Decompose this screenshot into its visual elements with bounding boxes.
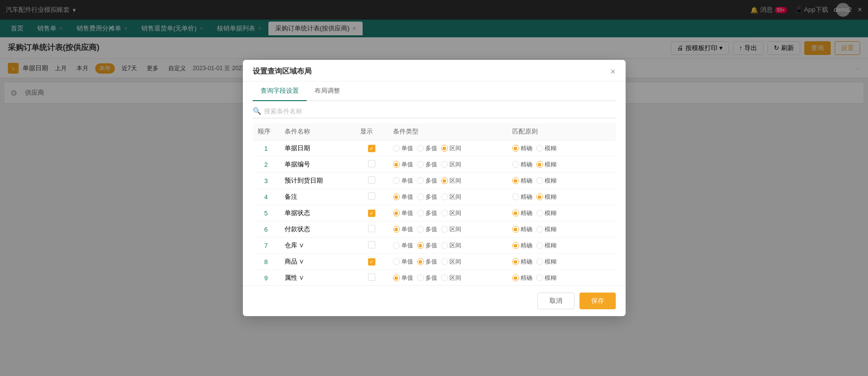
row-match-options: 精确模糊 [507,140,616,157]
table-row: 4备注单值多值区间精确模糊 [253,189,616,205]
row-order: 3 [253,173,280,189]
settings-table: 顺序 条件名称 显示 条件类型 匹配原则 1单据日期单值多值区间精确模糊2单据编… [253,123,616,285]
dialog-title: 设置查询区域布局 [253,67,312,76]
table-row: 6付款状态单值多值区间精确模糊 [253,221,616,238]
row-show-checkbox[interactable] [355,270,388,286]
row-match-options: 精确模糊 [507,238,616,254]
search-input[interactable] [264,107,362,115]
row-name: 单据日期 [280,140,356,157]
search-icon: 🔍 [253,107,261,115]
dialog-body: 查询字段设置 布局调整 🔍 顺序 条件名称 显示 条件类型 [243,81,626,285]
tab-layout-adjust[interactable]: 布局调整 [307,81,348,101]
row-type-options: 单值多值区间 [388,254,507,270]
row-order: 4 [253,189,280,205]
row-show-checkbox[interactable] [355,221,388,238]
col-header-order: 顺序 [253,123,280,140]
row-order: 5 [253,205,280,221]
row-name: 单据编号 [280,157,356,173]
row-name: 属性 ∨ [280,270,356,286]
row-order: 2 [253,157,280,173]
table-row: 9属性 ∨单值多值区间精确模糊 [253,270,616,286]
row-type-options: 单值多值区间 [388,205,507,221]
table-row: 7仓库 ∨单值多值区间精确模糊 [253,238,616,254]
row-name: 预计到货日期 [280,173,356,189]
row-show-checkbox[interactable] [355,140,388,157]
row-type-options: 单值多值区间 [388,157,507,173]
col-header-type: 条件类型 [388,123,507,140]
row-show-checkbox[interactable] [355,173,388,189]
row-match-options: 精确模糊 [507,189,616,205]
cancel-button[interactable]: 取消 [537,293,575,309]
table-row: 3预计到货日期单值多值区间精确模糊 [253,173,616,189]
table-row: 2单据编号单值多值区间精确模糊 [253,157,616,173]
row-match-options: 精确模糊 [507,157,616,173]
dialog-footer: 取消 保存 [243,285,626,316]
row-name: 备注 [280,189,356,205]
row-name: 单据状态 [280,205,356,221]
row-order: 1 [253,140,280,157]
row-order: 7 [253,238,280,254]
dialog-header: 设置查询区域布局 × [243,60,626,81]
row-match-options: 精确模糊 [507,173,616,189]
row-name: 付款状态 [280,221,356,238]
dialog-close-button[interactable]: × [610,67,616,76]
row-match-options: 精确模糊 [507,221,616,238]
row-match-options: 精确模糊 [507,205,616,221]
row-order: 8 [253,254,280,270]
dialog-search-bar: 🔍 [253,107,616,118]
row-show-checkbox[interactable] [355,238,388,254]
row-order: 6 [253,221,280,238]
row-show-checkbox[interactable] [355,205,388,221]
row-match-options: 精确模糊 [507,254,616,270]
col-header-match: 匹配原则 [507,123,616,140]
col-header-show: 显示 [355,123,388,140]
table-row: 1单据日期单值多值区间精确模糊 [253,140,616,157]
row-type-options: 单值多值区间 [388,270,507,286]
row-show-checkbox[interactable] [355,189,388,205]
row-type-options: 单值多值区间 [388,238,507,254]
settings-dialog: 设置查询区域布局 × 查询字段设置 布局调整 🔍 顺序 [243,60,626,316]
settings-table-scroll: 顺序 条件名称 显示 条件类型 匹配原则 1单据日期单值多值区间精确模糊2单据编… [253,123,616,285]
table-row: 8商品 ∨单值多值区间精确模糊 [253,254,616,270]
row-type-options: 单值多值区间 [388,189,507,205]
tab-query-fields[interactable]: 查询字段设置 [253,81,307,101]
dialog-tabs: 查询字段设置 布局调整 [253,81,616,101]
row-name: 商品 ∨ [280,254,356,270]
row-match-options: 精确模糊 [507,270,616,286]
table-row: 5单据状态单值多值区间精确模糊 [253,205,616,221]
row-show-checkbox[interactable] [355,157,388,173]
modal-overlay: 设置查询区域布局 × 查询字段设置 布局调整 🔍 顺序 [0,0,868,375]
row-type-options: 单值多值区间 [388,173,507,189]
row-type-options: 单值多值区间 [388,221,507,238]
row-show-checkbox[interactable] [355,254,388,270]
row-name: 仓库 ∨ [280,238,356,254]
save-button[interactable]: 保存 [579,293,616,309]
col-header-name: 条件名称 [280,123,356,140]
row-type-options: 单值多值区间 [388,140,507,157]
row-order: 9 [253,270,280,286]
